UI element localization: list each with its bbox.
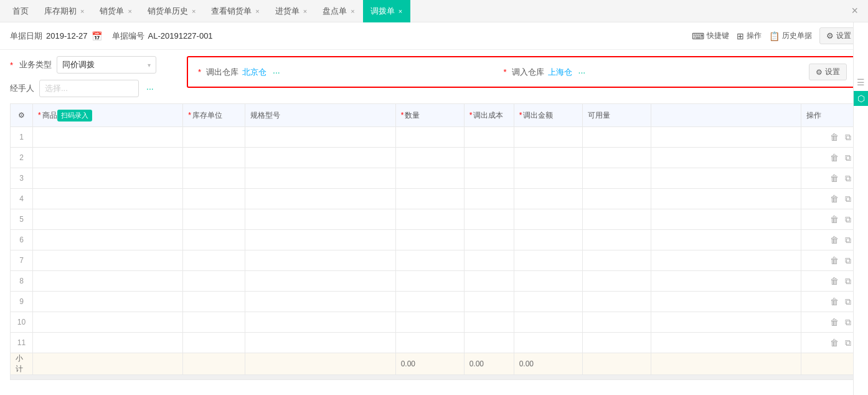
- row-9-unit[interactable]: [183, 292, 245, 312]
- row-8-qty[interactable]: [396, 271, 465, 291]
- row-5-copy-icon[interactable]: ⧉: [844, 213, 852, 226]
- in-warehouse-value[interactable]: 上海仓: [548, 67, 572, 78]
- tab-inventory-init[interactable]: 库存期初 ×: [37, 0, 92, 22]
- history-button[interactable]: 📋 历史单据: [769, 31, 812, 41]
- tab-bar-close-button[interactable]: ×: [846, 4, 863, 17]
- horizontal-scrollbar[interactable]: [10, 375, 858, 380]
- operations-button[interactable]: ⊞ 操作: [737, 31, 762, 41]
- row-11-copy-icon[interactable]: ⧉: [844, 336, 852, 350]
- tab-purchase[interactable]: 进货单 ×: [268, 0, 315, 22]
- out-warehouse-value[interactable]: 北京仓: [242, 67, 267, 78]
- row-7-unit[interactable]: [183, 250, 245, 270]
- row-10-amount[interactable]: [514, 312, 583, 332]
- row-2-qty[interactable]: [396, 148, 465, 168]
- row-4-product[interactable]: [33, 189, 183, 209]
- th-settings[interactable]: ⚙: [11, 104, 33, 126]
- row-9-product[interactable]: [33, 292, 183, 312]
- row-8-delete-icon[interactable]: 🗑: [829, 275, 840, 287]
- row-4-qty[interactable]: [396, 189, 465, 209]
- row-5-cost[interactable]: [465, 209, 514, 229]
- row-1-cost[interactable]: [465, 127, 514, 147]
- row-11-unit[interactable]: [183, 333, 245, 353]
- row-2-cost[interactable]: [465, 148, 514, 168]
- row-5-amount[interactable]: [514, 209, 583, 229]
- tab-inventory-check-close[interactable]: ×: [351, 7, 354, 15]
- row-3-delete-icon[interactable]: 🗑: [829, 172, 840, 184]
- row-10-copy-icon[interactable]: ⧉: [844, 316, 852, 329]
- scan-input-button[interactable]: 扫码录入: [57, 110, 92, 121]
- row-5-delete-icon[interactable]: 🗑: [829, 213, 840, 226]
- row-5-avail[interactable]: [583, 209, 651, 229]
- row-5-unit[interactable]: [183, 209, 245, 229]
- row-8-unit[interactable]: [183, 271, 245, 291]
- row-2-spec[interactable]: [245, 148, 395, 168]
- row-9-avail[interactable]: [583, 292, 651, 312]
- row-3-qty[interactable]: [396, 168, 465, 188]
- row-10-product[interactable]: [33, 312, 183, 332]
- row-11-cost[interactable]: [465, 333, 514, 353]
- row-9-copy-icon[interactable]: ⧉: [844, 295, 852, 308]
- tab-transfer[interactable]: 调拨单 ×: [363, 0, 410, 22]
- row-8-product[interactable]: [33, 271, 183, 291]
- out-warehouse-more-dots[interactable]: ···: [273, 67, 280, 77]
- row-3-product[interactable]: [33, 168, 183, 188]
- row-8-avail[interactable]: [583, 271, 651, 291]
- row-1-unit[interactable]: [183, 127, 245, 147]
- row-6-qty[interactable]: [396, 230, 465, 250]
- row-7-delete-icon[interactable]: 🗑: [829, 254, 840, 267]
- handler-select[interactable]: 选择...: [39, 80, 139, 97]
- row-2-copy-icon[interactable]: ⧉: [844, 151, 852, 164]
- row-4-cost[interactable]: [465, 189, 514, 209]
- row-4-copy-icon[interactable]: ⧉: [844, 193, 852, 206]
- row-1-qty[interactable]: [396, 127, 465, 147]
- tab-sales-history[interactable]: 销货单历史 ×: [140, 0, 204, 22]
- row-2-avail[interactable]: [583, 148, 651, 168]
- row-10-avail[interactable]: [583, 312, 651, 332]
- row-4-amount[interactable]: [514, 189, 583, 209]
- row-4-delete-icon[interactable]: 🗑: [829, 193, 840, 205]
- right-external-icon[interactable]: ⬡: [854, 91, 869, 106]
- row-8-spec[interactable]: [245, 271, 395, 291]
- row-6-avail[interactable]: [583, 230, 651, 250]
- tab-purchase-close[interactable]: ×: [303, 7, 307, 15]
- row-4-spec[interactable]: [245, 189, 395, 209]
- row-6-product[interactable]: [33, 230, 183, 250]
- row-8-amount[interactable]: [514, 271, 583, 291]
- row-6-copy-icon[interactable]: ⧉: [844, 234, 852, 247]
- tab-inventory-check[interactable]: 盘点单 ×: [315, 0, 362, 22]
- calendar-icon[interactable]: 📅: [92, 31, 102, 41]
- tab-home[interactable]: 首页: [5, 0, 37, 22]
- tab-view-sales[interactable]: 查看销货单 ×: [204, 0, 267, 22]
- business-type-select[interactable]: 同价调拨 ▾: [57, 56, 156, 74]
- row-3-amount[interactable]: [514, 168, 583, 188]
- row-4-avail[interactable]: [583, 189, 651, 209]
- row-8-cost[interactable]: [465, 271, 514, 291]
- row-1-avail[interactable]: [583, 127, 651, 147]
- in-warehouse-more-dots[interactable]: ···: [578, 67, 586, 77]
- row-3-avail[interactable]: [583, 168, 651, 188]
- row-6-amount[interactable]: [514, 230, 583, 250]
- settings-button[interactable]: ⚙ 设置: [819, 27, 858, 44]
- row-7-product[interactable]: [33, 250, 183, 270]
- row-7-copy-icon[interactable]: ⧉: [844, 254, 852, 267]
- row-6-unit[interactable]: [183, 230, 245, 250]
- row-3-unit[interactable]: [183, 168, 245, 188]
- date-value[interactable]: 2019-12-27: [46, 31, 88, 40]
- row-1-copy-icon[interactable]: ⧉: [844, 131, 852, 144]
- row-5-qty[interactable]: [396, 209, 465, 229]
- row-11-qty[interactable]: [396, 333, 465, 353]
- row-9-delete-icon[interactable]: 🗑: [829, 295, 840, 308]
- row-10-qty[interactable]: [396, 312, 465, 332]
- row-3-cost[interactable]: [465, 168, 514, 188]
- row-8-copy-icon[interactable]: ⧉: [844, 275, 852, 288]
- row-2-delete-icon[interactable]: 🗑: [829, 151, 840, 164]
- row-6-cost[interactable]: [465, 230, 514, 250]
- row-11-spec[interactable]: [245, 333, 395, 353]
- row-2-amount[interactable]: [514, 148, 583, 168]
- row-3-spec[interactable]: [245, 168, 395, 188]
- row-1-spec[interactable]: [245, 127, 395, 147]
- tab-sales-order-close[interactable]: ×: [128, 7, 131, 15]
- row-7-qty[interactable]: [396, 250, 465, 270]
- row-10-spec[interactable]: [245, 312, 395, 332]
- row-9-spec[interactable]: [245, 292, 395, 312]
